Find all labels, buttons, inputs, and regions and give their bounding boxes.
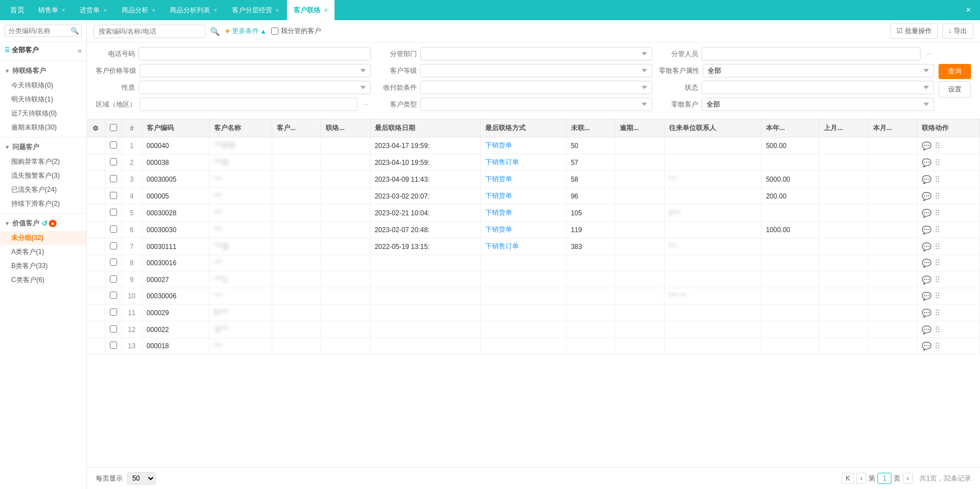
- col-settings[interactable]: ⚙: [87, 119, 105, 137]
- dept-select[interactable]: [420, 47, 653, 61]
- cust-type-select[interactable]: [420, 98, 653, 111]
- message-icon[interactable]: 💬: [922, 325, 931, 334]
- home-tab[interactable]: 首页: [4, 5, 30, 15]
- tab-customer-segment[interactable]: 客户分层经营 ×: [225, 0, 286, 20]
- col-check-all[interactable]: [105, 119, 122, 137]
- col-partner-contact[interactable]: 往来单位联系人: [664, 119, 761, 137]
- col-not-contact[interactable]: 未联...: [566, 119, 615, 137]
- last-method-link[interactable]: 下销货单: [485, 192, 512, 200]
- more-icon[interactable]: ⠿: [935, 141, 940, 150]
- prev-page-btn[interactable]: ‹: [856, 473, 866, 484]
- row-checkbox[interactable]: [110, 292, 117, 299]
- tab-purchase-order[interactable]: 进货单 ×: [73, 0, 113, 20]
- close-tab-sales[interactable]: ×: [62, 7, 65, 13]
- more-icon[interactable]: ⠿: [935, 192, 940, 201]
- col-this-month[interactable]: 本月...: [868, 119, 917, 137]
- message-icon[interactable]: 💬: [922, 292, 931, 301]
- all-customers-item[interactable]: ⠿ 全部客户 «: [0, 42, 86, 58]
- more-icon[interactable]: ⠿: [935, 292, 940, 301]
- payment-select[interactable]: [420, 81, 653, 94]
- last-method-link[interactable]: 下销货单: [485, 225, 512, 233]
- message-icon[interactable]: 💬: [922, 242, 931, 251]
- sidebar-item-class-a[interactable]: A类客户(1): [0, 245, 86, 259]
- more-conditions-btn[interactable]: ▼ 更多条件 ▲: [224, 26, 267, 36]
- col-customer-abbr[interactable]: 客户...: [272, 119, 321, 137]
- sidebar-group-value[interactable]: ▼ 价值客户 ↺ ●: [0, 216, 86, 231]
- my-customers-check[interactable]: [271, 27, 278, 35]
- phone-input[interactable]: [138, 47, 371, 61]
- cust-level-select[interactable]: [420, 64, 653, 77]
- search-button[interactable]: 🔍: [210, 27, 220, 36]
- close-tab-product-analysis[interactable]: ×: [152, 7, 155, 13]
- region-input[interactable]: [140, 98, 357, 111]
- search-input[interactable]: [94, 25, 206, 38]
- sidebar-item-churned[interactable]: 已流失客户(24): [0, 183, 86, 197]
- price-level-select[interactable]: [140, 64, 371, 77]
- row-checkbox[interactable]: [110, 242, 117, 250]
- more-icon[interactable]: ⠿: [935, 325, 940, 334]
- reset-button[interactable]: 设置: [939, 81, 971, 98]
- sidebar-item-class-b[interactable]: B类客户(33): [0, 259, 86, 273]
- more-icon[interactable]: ⠿: [935, 209, 940, 218]
- sidebar-item-overdue[interactable]: 逾期未联络(30): [0, 121, 86, 135]
- more-icon[interactable]: ⠿: [935, 175, 940, 184]
- status-select[interactable]: [702, 81, 934, 94]
- sidebar-group-pending[interactable]: ▼ 待联络客户: [0, 63, 86, 79]
- sidebar-item-today-pending[interactable]: 今天待联络(0): [0, 79, 86, 93]
- person-dots-btn[interactable]: ···: [924, 50, 934, 58]
- sidebar-item-declining[interactable]: 持续下滑客户(2): [0, 197, 86, 211]
- retail-attr-select[interactable]: 全部: [703, 64, 934, 77]
- row-checkbox[interactable]: [110, 141, 117, 149]
- sidebar-item-7day-pending[interactable]: 近7天待联络(0): [0, 107, 86, 121]
- first-page-btn[interactable]: K: [842, 473, 854, 484]
- message-icon[interactable]: 💬: [922, 192, 931, 201]
- sidebar-collapse-btn[interactable]: «: [77, 46, 82, 55]
- row-checkbox[interactable]: [110, 259, 117, 266]
- row-checkbox[interactable]: [110, 342, 117, 349]
- more-icon[interactable]: ⠿: [935, 242, 940, 251]
- message-icon[interactable]: 💬: [922, 275, 931, 284]
- last-method-link[interactable]: 下销货单: [485, 141, 512, 149]
- close-tab-product-analysis-list[interactable]: ×: [213, 7, 217, 13]
- sidebar-group-problem[interactable]: ▼ 问题客户: [0, 140, 86, 155]
- region-dots-btn[interactable]: ···: [361, 100, 371, 108]
- col-customer-code[interactable]: 客户编码: [142, 119, 210, 137]
- sidebar-item-abnormal[interactable]: 囤购异常客户(2): [0, 155, 86, 169]
- page-size-select[interactable]: 50 100: [127, 472, 156, 485]
- sidebar-item-ungrouped[interactable]: 未分组(32): [0, 231, 86, 245]
- my-customers-checkbox[interactable]: 我分管的客户: [271, 26, 321, 36]
- more-icon[interactable]: ⠿: [935, 259, 940, 267]
- message-icon[interactable]: 💬: [922, 175, 931, 184]
- batch-ops-button[interactable]: ☑ 批量操作: [890, 24, 937, 39]
- message-icon[interactable]: 💬: [922, 141, 931, 150]
- row-checkbox[interactable]: [110, 209, 117, 216]
- row-checkbox[interactable]: [110, 158, 117, 165]
- window-close-btn[interactable]: ×: [962, 5, 976, 15]
- message-icon[interactable]: 💬: [922, 209, 931, 218]
- col-this-year[interactable]: 本年...: [761, 119, 819, 137]
- tab-customer-contact[interactable]: 客户联络 ×: [287, 0, 334, 20]
- more-icon[interactable]: ⠿: [935, 225, 940, 234]
- person-input[interactable]: [702, 47, 921, 61]
- more-icon[interactable]: ⠿: [935, 158, 940, 167]
- col-overdue[interactable]: 逾期...: [615, 119, 664, 137]
- row-checkbox[interactable]: [110, 308, 117, 316]
- nature-select[interactable]: [138, 81, 371, 94]
- last-method-link[interactable]: 下销货单: [485, 209, 512, 216]
- next-page-btn[interactable]: ›: [903, 473, 913, 484]
- sidebar-item-churn-warning[interactable]: 流失预警客户(3): [0, 169, 86, 183]
- query-button[interactable]: 查询: [939, 64, 971, 79]
- message-icon[interactable]: 💬: [922, 308, 931, 317]
- message-icon[interactable]: 💬: [922, 342, 931, 350]
- row-checkbox[interactable]: [110, 225, 117, 233]
- export-button[interactable]: ↓ 导出: [942, 24, 973, 39]
- last-method-link[interactable]: 下销售订单: [485, 158, 519, 166]
- tab-product-analysis[interactable]: 商品分析 ×: [115, 0, 162, 20]
- col-last-month[interactable]: 上月...: [819, 119, 868, 137]
- last-method-link[interactable]: 下销售订单: [485, 242, 519, 250]
- close-tab-customer-contact[interactable]: ×: [324, 7, 327, 13]
- message-icon[interactable]: 💬: [922, 225, 931, 234]
- sidebar-item-class-c[interactable]: C类客户(6): [0, 273, 86, 287]
- last-method-link[interactable]: 下销货单: [485, 175, 512, 183]
- refresh-icon[interactable]: ↺: [41, 219, 48, 228]
